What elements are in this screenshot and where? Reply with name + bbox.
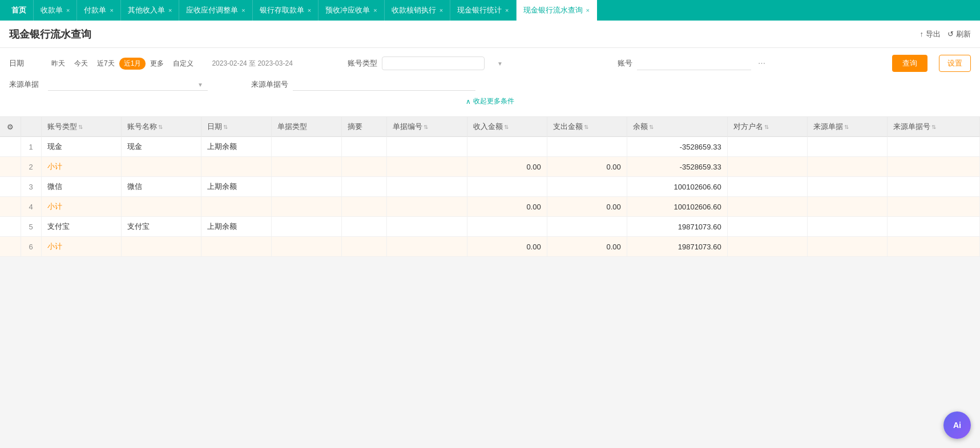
nav-bank-deposit[interactable]: 银行存取款单 × bbox=[253, 0, 318, 21]
table-cell: 2 bbox=[21, 157, 41, 177]
source-doc-num-label: 来源单据号 bbox=[251, 79, 288, 90]
table-cell bbox=[887, 197, 979, 217]
col-doc-type[interactable]: 单据类型 bbox=[271, 117, 341, 137]
table-cell bbox=[887, 157, 979, 177]
nav-other-income[interactable]: 其他收入单 × bbox=[121, 0, 179, 21]
table-cell bbox=[387, 197, 467, 217]
nav-bank-deposit-close[interactable]: × bbox=[308, 7, 311, 14]
filter-row-1: 日期 昨天 今天 近7天 近1月 更多 自定义 2023-02-24 至 202… bbox=[9, 55, 971, 72]
nav-receipt-close[interactable]: × bbox=[66, 7, 70, 14]
table-cell bbox=[547, 137, 627, 157]
col-balance[interactable]: 余额⇅ bbox=[627, 117, 727, 137]
account-type-select[interactable]: 现金 微信 支付宝 bbox=[382, 56, 485, 70]
date-range-display: 2023-02-24 至 2023-03-24 bbox=[212, 59, 292, 68]
account-label: 账号 bbox=[618, 58, 632, 68]
table-cell bbox=[342, 137, 387, 157]
source-doc-select[interactable] bbox=[48, 78, 208, 91]
table-cell bbox=[467, 217, 547, 237]
date-btn-1month[interactable]: 近1月 bbox=[119, 58, 146, 70]
date-btn-today[interactable]: 今天 bbox=[70, 58, 92, 70]
table-cell bbox=[887, 177, 979, 197]
nav-bank-stats-close[interactable]: × bbox=[505, 7, 509, 14]
col-doc-num[interactable]: 单据编号⇅ bbox=[387, 117, 467, 137]
filter-row-2: 来源单据 来源单据号 bbox=[9, 78, 971, 91]
table-cell: 支付宝 bbox=[121, 217, 201, 237]
table-cell: 6 bbox=[21, 237, 41, 257]
nav-write-off[interactable]: 收款核销执行 × bbox=[385, 0, 450, 21]
table-cell bbox=[467, 177, 547, 197]
nav-prepayment[interactable]: 预收冲应收单 × bbox=[318, 0, 384, 21]
table-cell bbox=[807, 157, 887, 177]
col-source-doc[interactable]: 来源单据⇅ bbox=[807, 117, 887, 137]
col-counterpart[interactable]: 对方户名⇅ bbox=[727, 117, 807, 137]
export-button[interactable]: ↑ 导出 bbox=[920, 29, 941, 39]
collapse-more-conditions[interactable]: ∧ 收起更多条件 bbox=[9, 93, 971, 110]
table-cell: 支付宝 bbox=[41, 217, 121, 237]
table-cell bbox=[887, 137, 979, 157]
account-type-label: 账号类型 bbox=[348, 58, 377, 68]
col-income[interactable]: 收入金额⇅ bbox=[467, 117, 547, 137]
table-cell: 19871073.60 bbox=[627, 217, 727, 237]
col-settings[interactable]: ⚙ bbox=[0, 117, 21, 137]
col-account-name[interactable]: 账号名称⇅ bbox=[121, 117, 201, 137]
nav-other-income-close[interactable]: × bbox=[168, 7, 172, 14]
table-cell bbox=[0, 137, 21, 157]
table-cell bbox=[387, 177, 467, 197]
nav-other-income-label: 其他收入单 bbox=[128, 5, 165, 15]
table-cell: 0.00 bbox=[467, 157, 547, 177]
source-doc-num-group: 来源单据号 bbox=[251, 78, 475, 91]
account-more-dots[interactable]: ··· bbox=[758, 58, 765, 68]
date-btn-custom[interactable]: 自定义 bbox=[168, 58, 198, 70]
table-row: 4小计0.000.00100102606.60 bbox=[0, 197, 980, 217]
page-title: 现金银行流水查询 bbox=[9, 27, 91, 41]
table-cell bbox=[201, 157, 271, 177]
nav-ar-ap-close[interactable]: × bbox=[241, 7, 245, 14]
top-navigation: 首页 收款单 × 付款单 × 其他收入单 × 应收应付调整单 × 银行存取款单 … bbox=[0, 0, 980, 21]
table-cell bbox=[727, 177, 807, 197]
query-button[interactable]: 查询 bbox=[892, 55, 927, 72]
col-date[interactable]: 日期⇅ bbox=[201, 117, 271, 137]
nav-bank-stats[interactable]: 现金银行统计 × bbox=[450, 0, 516, 21]
export-label: 导出 bbox=[926, 29, 941, 39]
nav-home-label: 首页 bbox=[11, 5, 26, 15]
table-cell: -3528659.33 bbox=[627, 137, 727, 157]
date-btn-7days[interactable]: 近7天 bbox=[92, 58, 119, 70]
date-filters: 昨天 今天 近7天 近1月 更多 自定义 bbox=[47, 58, 198, 70]
table-cell bbox=[727, 197, 807, 217]
account-input[interactable] bbox=[637, 57, 751, 70]
refresh-button[interactable]: ↺ 刷新 bbox=[947, 29, 971, 39]
table-cell: 100102606.60 bbox=[627, 197, 727, 217]
table-cell bbox=[342, 177, 387, 197]
table-cell: 0.00 bbox=[547, 237, 627, 257]
source-doc-num-input[interactable] bbox=[293, 78, 475, 91]
col-account-type[interactable]: 账号类型⇅ bbox=[41, 117, 121, 137]
table-cell bbox=[271, 197, 341, 217]
table-cell bbox=[121, 197, 201, 217]
settings-button[interactable]: 设置 bbox=[939, 55, 971, 72]
col-row-num bbox=[21, 117, 41, 137]
table-cell bbox=[342, 157, 387, 177]
nav-write-off-label: 收款核销执行 bbox=[392, 5, 436, 15]
col-expense[interactable]: 支出金额⇅ bbox=[547, 117, 627, 137]
nav-write-off-close[interactable]: × bbox=[439, 7, 443, 14]
table-cell: 现金 bbox=[121, 137, 201, 157]
date-btn-yesterday[interactable]: 昨天 bbox=[47, 58, 70, 70]
table-cell bbox=[807, 137, 887, 157]
nav-bank-flow[interactable]: 现金银行流水查询 × bbox=[517, 0, 597, 21]
nav-prepayment-close[interactable]: × bbox=[373, 7, 377, 14]
col-source-doc-num[interactable]: 来源单据号⇅ bbox=[887, 117, 979, 137]
date-btn-more[interactable]: 更多 bbox=[146, 58, 168, 70]
table-cell: 小计 bbox=[41, 237, 121, 257]
nav-bank-flow-label: 现金银行流水查询 bbox=[523, 5, 583, 15]
table-cell bbox=[342, 237, 387, 257]
header-actions: ↑ 导出 ↺ 刷新 bbox=[920, 29, 971, 39]
nav-payment-close[interactable]: × bbox=[110, 7, 113, 14]
nav-payment[interactable]: 付款单 × bbox=[77, 0, 120, 21]
nav-bank-flow-close[interactable]: × bbox=[586, 7, 590, 14]
nav-receipt[interactable]: 收款单 × bbox=[34, 0, 77, 21]
data-table-container: ⚙ 账号类型⇅ 账号名称⇅ 日期⇅ 单据类型 摘要 单据编号⇅ bbox=[0, 117, 980, 257]
table-cell bbox=[727, 137, 807, 157]
nav-ar-ap-adjust[interactable]: 应收应付调整单 × bbox=[179, 0, 252, 21]
nav-home[interactable]: 首页 bbox=[5, 0, 34, 21]
table-cell bbox=[887, 217, 979, 237]
